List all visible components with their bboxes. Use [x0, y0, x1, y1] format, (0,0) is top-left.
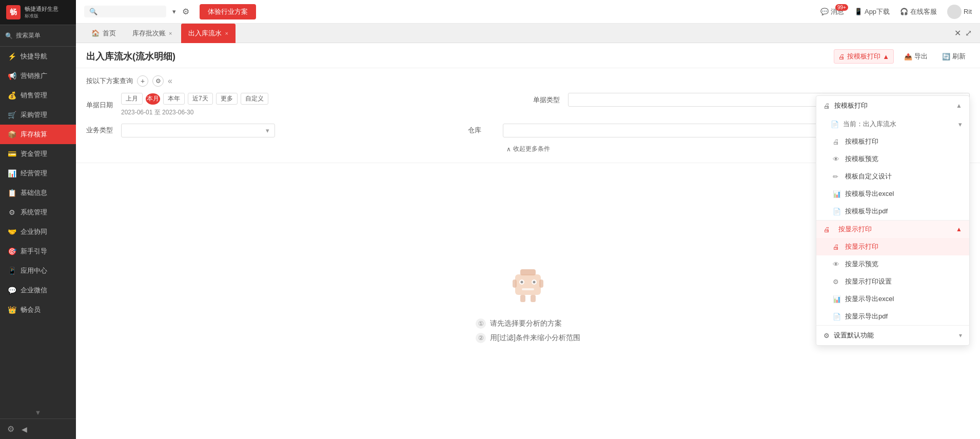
- app-download-button[interactable]: 📱 App下载: [854, 7, 890, 16]
- current-template-label: 当前：出入库流水: [843, 119, 896, 129]
- page-title: 出入库流水(流水明细): [86, 50, 175, 63]
- sidebar-item-system[interactable]: ⚙ 系统管理: [0, 203, 76, 222]
- topbar-search-area[interactable]: 🔍: [84, 6, 166, 17]
- sidebar-item-guide[interactable]: 🎯 新手引导: [0, 242, 76, 261]
- display-excel-icon: 📊: [833, 295, 841, 303]
- sidebar-item-cooperation[interactable]: 🤝 企业协同: [0, 222, 76, 242]
- message-button[interactable]: 💬 消息 99+: [820, 7, 844, 16]
- prev-month-button[interactable]: 上月: [121, 93, 143, 105]
- display-preview-item[interactable]: 👁 按显示预览: [816, 255, 969, 273]
- sidebar-item-inventory[interactable]: 📦 库存核算: [0, 125, 76, 144]
- sidebar-scroll-down[interactable]: ▼: [0, 407, 76, 418]
- template-print-header-icon: 🖨: [824, 102, 830, 110]
- warehouse-select[interactable]: ···: [503, 124, 839, 137]
- logo-text: 畅捷通好生意: [25, 5, 58, 12]
- tab-stock-flow[interactable]: 出入库流水 ×: [181, 24, 235, 43]
- user-name: Rit: [964, 8, 972, 15]
- topbar-settings-icon[interactable]: ⚙: [182, 7, 189, 16]
- empty-step-1: ① 请先选择要分析的方案: [476, 318, 580, 329]
- online-service-button[interactable]: 🎧 在线客服: [900, 7, 937, 16]
- sidebar-item-finance[interactable]: 💳 资金管理: [0, 144, 76, 164]
- display-export-excel-label: 按显示导出excel: [845, 294, 894, 304]
- display-print-header[interactable]: 🖨 按显示打印 ▲: [816, 221, 969, 238]
- topbar-right: 💬 消息 99+ 📱 App下载 🎧 在线客服 Rit: [820, 5, 972, 19]
- filter-settings-button[interactable]: ⚙: [152, 75, 164, 87]
- warehouse-label: 仓库: [468, 126, 499, 135]
- display-print-settings-item[interactable]: ⚙ 按显示打印设置: [816, 273, 969, 290]
- window-maximize-icon[interactable]: ⤢: [965, 28, 972, 38]
- default-function-item[interactable]: ⚙ 设置默认功能 ▾: [816, 326, 969, 345]
- quick-nav-icon: ⚡: [7, 52, 16, 61]
- sidebar-search[interactable]: 🔍 搜索菜单: [0, 25, 76, 47]
- display-preview-label: 按显示预览: [845, 260, 878, 269]
- template-export-excel-item[interactable]: 📊 按模板导出excel: [816, 185, 969, 203]
- sidebar-nav: ⚡ 快捷导航 📢 营销推广 💰 销售管理 🛒 采购管理 📦 库存核算 💳 资金管…: [0, 47, 76, 407]
- last7-button[interactable]: 近7天: [188, 93, 213, 105]
- current-template-chevron: ▾: [958, 121, 962, 128]
- template-print-item[interactable]: 🖨 按模板打印: [816, 133, 969, 150]
- trial-button[interactable]: 体验行业方案: [200, 4, 256, 19]
- topbar-dropdown-chevron[interactable]: ▾: [172, 8, 176, 15]
- business-type-select[interactable]: ▾: [121, 124, 275, 137]
- page-actions: 🖨 按模板打印 ▲ 📤 导出 🔄 刷新: [834, 49, 970, 64]
- collapse-button[interactable]: ∧ 收起更多条件: [500, 143, 556, 155]
- sidebar-item-wechat[interactable]: 💬 企业微信: [0, 281, 76, 300]
- current-template-item[interactable]: 📄 当前：出入库流水 ▾: [816, 115, 969, 133]
- template-excel-icon: 📊: [833, 190, 841, 198]
- template-export-pdf-item[interactable]: 📄 按模板导出pdf: [816, 203, 969, 220]
- tab-home[interactable]: 🏠 首页: [84, 24, 123, 43]
- template-print-header[interactable]: 🖨 按模板打印 ▲: [816, 96, 969, 115]
- sidebar-item-label: 库存核算: [21, 130, 47, 139]
- user-avatar[interactable]: Rit: [947, 5, 972, 19]
- template-preview-item[interactable]: 👁 按模板预览: [816, 150, 969, 168]
- page-panel: 出入库流水(流水明细) 🖨 按模板打印 ▲ 📤 导出 🔄 刷新: [76, 43, 980, 439]
- refresh-label: 刷新: [952, 52, 966, 61]
- sidebar: 畅 畅捷通好生意 标准版 🔍 搜索菜单 ⚡ 快捷导航 📢 营销推广 💰 销售管理…: [0, 0, 76, 439]
- print-button[interactable]: 🖨 按模板打印 ▲: [834, 49, 894, 64]
- sidebar-item-app-center[interactable]: 📱 应用中心: [0, 261, 76, 281]
- sidebar-item-sales[interactable]: 💰 销售管理: [0, 86, 76, 105]
- display-print-item[interactable]: 🖨 按显示打印: [816, 238, 969, 255]
- sidebar-item-label: 新手引导: [21, 247, 47, 256]
- step-number-1: ①: [476, 318, 486, 329]
- tab-label: 出入库流水: [188, 29, 222, 38]
- filter-collapse-icon[interactable]: «: [168, 76, 172, 86]
- this-year-button[interactable]: 本年: [163, 93, 185, 105]
- export-button[interactable]: 📤 导出: [900, 50, 932, 63]
- tab-close-stock-flow[interactable]: ×: [225, 30, 228, 36]
- refresh-button[interactable]: 🔄 刷新: [938, 50, 970, 63]
- footer-collapse-icon[interactable]: ◀: [22, 425, 27, 433]
- avatar-image: [947, 5, 962, 19]
- tab-close-inventory-batch[interactable]: ×: [169, 30, 172, 36]
- topbar-search-icon: 🔍: [89, 8, 97, 15]
- export-label: 导出: [914, 52, 928, 61]
- filter-add-button[interactable]: +: [137, 75, 148, 87]
- dropdown-panel: 🖨 按模板打印 ▲ 📄 当前：出入库流水 ▾ 🖨 按模板打印: [816, 95, 970, 346]
- display-export-excel-item[interactable]: 📊 按显示导出excel: [816, 290, 969, 308]
- svg-rect-6: [522, 288, 534, 290]
- sidebar-search-button[interactable]: 🔍 搜索菜单: [5, 29, 71, 42]
- sidebar-item-membership[interactable]: 👑 畅会员: [0, 300, 76, 320]
- sidebar-item-label: 销售管理: [21, 91, 47, 100]
- sidebar-item-basic-info[interactable]: 📋 基础信息: [0, 183, 76, 203]
- template-export-pdf-label: 按模板导出pdf: [845, 207, 888, 216]
- current-template-icon: 📄: [831, 121, 839, 128]
- sidebar-item-operations[interactable]: 📊 经营管理: [0, 164, 76, 183]
- sidebar-item-purchase[interactable]: 🛒 采购管理: [0, 105, 76, 125]
- sidebar-item-label: 营销推广: [21, 71, 47, 81]
- custom-button[interactable]: 自定义: [241, 93, 268, 105]
- sidebar-item-marketing[interactable]: 📢 营销推广: [0, 66, 76, 86]
- footer-settings-icon[interactable]: ⚙: [7, 424, 14, 434]
- window-close-icon[interactable]: ✕: [954, 28, 961, 38]
- display-export-pdf-item[interactable]: 📄 按显示导出pdf: [816, 308, 969, 325]
- sidebar-item-quick-nav[interactable]: ⚡ 快捷导航: [0, 47, 76, 66]
- more-button[interactable]: 更多: [216, 93, 238, 105]
- finance-icon: 💳: [7, 150, 16, 158]
- sidebar-item-label: 采购管理: [21, 110, 47, 119]
- page-header: 出入库流水(流水明细) 🖨 按模板打印 ▲ 📤 导出 🔄 刷新: [76, 43, 980, 68]
- tab-inventory-batch[interactable]: 库存批次账 ×: [125, 24, 179, 43]
- topbar-search-input[interactable]: [101, 8, 152, 15]
- this-month-button[interactable]: 本月: [146, 93, 160, 105]
- template-custom-item[interactable]: ✏ 模板自定义设计: [816, 168, 969, 185]
- export-icon: 📤: [904, 53, 912, 61]
